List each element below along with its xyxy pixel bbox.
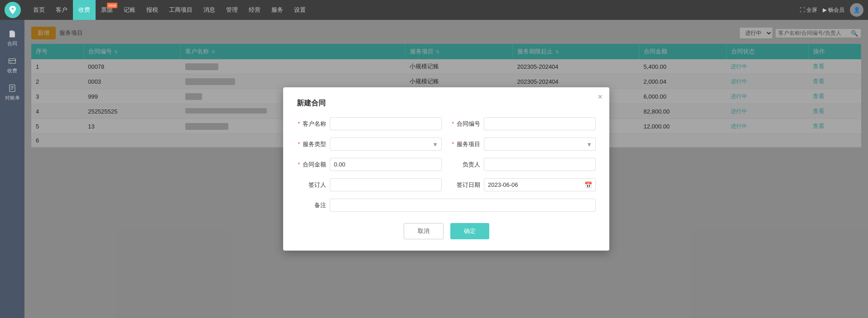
service-type-select[interactable] <box>330 138 442 151</box>
main-layout: 合同 收费 对账单 <box>0 20 868 318</box>
field-client-name: * 客户名称 <box>297 117 442 130</box>
nav-invoice[interactable]: 票据 new <box>96 0 118 20</box>
confirm-button[interactable]: 确定 <box>450 223 489 239</box>
required-star: * <box>298 120 300 127</box>
service-item-select[interactable] <box>484 138 596 151</box>
sidebar-item-fee[interactable]: 收费 <box>0 52 24 79</box>
field-service-type: * 服务类型 ▼ <box>297 138 442 151</box>
sign-date-input[interactable] <box>484 178 596 191</box>
field-signer: 签订人 <box>297 178 442 191</box>
new-badge: new <box>107 3 117 8</box>
svg-rect-4 <box>9 59 16 64</box>
nav-service[interactable]: 服务 <box>266 0 289 20</box>
required-star: * <box>452 141 454 147</box>
contract-icon <box>7 29 17 39</box>
field-note: 备注 <box>297 199 596 212</box>
nav-tax[interactable]: 报税 <box>141 0 164 20</box>
svg-rect-7 <box>10 85 15 92</box>
nav-client[interactable]: 客户 <box>50 0 73 20</box>
required-star: * <box>452 120 454 127</box>
nav-home[interactable]: 首页 <box>28 0 50 20</box>
modal-close-button[interactable]: × <box>598 93 603 101</box>
sidebar-statement-label: 对账单 <box>5 95 20 101</box>
nav-fee[interactable]: 收费 <box>73 0 96 20</box>
play-icon: ▶ <box>823 7 827 13</box>
user-avatar[interactable]: 👤 <box>850 3 863 17</box>
nav-business[interactable]: 工商项目 <box>164 0 198 20</box>
nav-operation[interactable]: 经营 <box>243 0 266 20</box>
fullscreen-button[interactable]: ⛶ 全屏 <box>800 6 817 14</box>
contract-no-input[interactable] <box>484 117 596 130</box>
calendar-icon[interactable]: 📅 <box>584 181 592 189</box>
nav-manage[interactable]: 管理 <box>221 0 243 20</box>
avatar-icon: 👤 <box>854 7 860 13</box>
sidebar-item-statement[interactable]: 对账单 <box>0 79 24 106</box>
field-contract-no: * 合同编号 <box>451 117 596 130</box>
modal-form: * 客户名称 * 合同编号 <box>297 117 596 212</box>
field-sign-date: 签订日期 📅 <box>451 178 596 191</box>
vip-button[interactable]: ▶ 畅会员 <box>823 6 844 14</box>
modal-title: 新建合同 <box>297 99 596 108</box>
fullscreen-icon: ⛶ <box>800 7 805 13</box>
required-star: * <box>298 141 300 147</box>
nav-bookkeeping[interactable]: 记账 <box>118 0 141 20</box>
amount-input[interactable] <box>330 158 442 171</box>
note-input[interactable] <box>330 199 596 212</box>
modal-overlay: × 新建合同 * 客户名称 * 合同编号 <box>24 20 868 318</box>
field-responsible: 负责人 <box>451 158 596 171</box>
field-amount: * 合同金额 <box>297 158 442 171</box>
field-service-item: * 服务项目 ▼ <box>451 138 596 151</box>
required-star: * <box>298 161 300 168</box>
nav-message[interactable]: 消息 <box>198 0 221 20</box>
content-area: 新增 服务项目 进行中 已完成 全部 🔍 序号 合同编 <box>24 20 868 318</box>
nav-settings[interactable]: 设置 <box>289 0 311 20</box>
fee-icon <box>7 56 17 66</box>
sidebar-fee-label: 收费 <box>7 67 17 74</box>
top-navigation: 首页 客户 收费 票据 new 记账 报税 工商项目 消息 管理 经营 服务 设… <box>0 0 868 20</box>
new-contract-modal: × 新建合同 * 客户名称 * 合同编号 <box>283 87 609 251</box>
modal-footer: 取消 确定 <box>297 223 596 239</box>
sidebar-item-contract[interactable]: 合同 <box>0 24 24 52</box>
nav-right-actions: ⛶ 全屏 ▶ 畅会员 👤 <box>800 3 863 17</box>
statement-icon <box>7 83 17 93</box>
client-name-input[interactable] <box>330 117 442 130</box>
nav-menu: 首页 客户 收费 票据 new 记账 报税 工商项目 消息 管理 经营 服务 设… <box>28 0 800 20</box>
sidebar-contract-label: 合同 <box>7 40 17 47</box>
sidebar: 合同 收费 对账单 <box>0 20 24 318</box>
app-logo[interactable] <box>5 2 21 18</box>
signer-input[interactable] <box>330 178 442 191</box>
cancel-button[interactable]: 取消 <box>404 223 444 239</box>
responsible-input[interactable] <box>484 158 596 171</box>
